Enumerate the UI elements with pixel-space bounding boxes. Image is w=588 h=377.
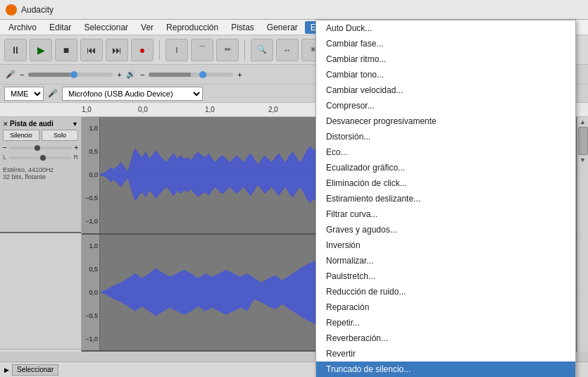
effect-compresor[interactable]: Compresor... xyxy=(316,98,575,113)
menu-pistas[interactable]: Pistas xyxy=(225,21,260,34)
left-label: L xyxy=(3,154,6,161)
scroll-up-arrow[interactable]: ▲ xyxy=(577,117,588,125)
bottom-arrow: ▶ xyxy=(4,366,9,373)
track1-solo-btn[interactable]: Solo xyxy=(42,130,78,141)
effect-eco[interactable]: Eco... xyxy=(316,144,575,160)
record-button[interactable]: ● xyxy=(131,39,154,61)
app-title: Audacity xyxy=(21,5,54,15)
track1-close[interactable]: ✕ xyxy=(3,120,8,128)
track1-header: ✕ Pista de audi ▼ Silencio Solo − + L xyxy=(0,117,81,233)
gain-plus: + xyxy=(74,144,78,152)
effect-paulstretch[interactable]: Paulstretch... xyxy=(316,268,575,284)
scale-neg0-5: −0,5 xyxy=(85,194,98,202)
effect-cambiar-tono[interactable]: Cambiar tono... xyxy=(316,67,575,82)
track1-info: Estéreo, 44100Hz 32 bits, flotante xyxy=(3,166,78,180)
track1-name: Pista de audi xyxy=(10,120,70,128)
effect-graves-agudos[interactable]: Graves y agudos... xyxy=(316,222,575,237)
track1-gain-row: − + xyxy=(3,144,78,152)
menu-archivo[interactable]: Archivo xyxy=(3,21,42,34)
effect-elim-click[interactable]: Eliminación de click... xyxy=(316,175,575,191)
effect-repetir[interactable]: Repetir... xyxy=(316,315,575,330)
track1-arrow[interactable]: ▼ xyxy=(72,120,78,128)
effect-ecualizador[interactable]: Ecualizador gráfico... xyxy=(316,160,575,175)
scale2-neg0-5: −0,5 xyxy=(85,312,98,319)
menu-ver[interactable]: Ver xyxy=(135,21,159,34)
scale-neg1-0: −1,0 xyxy=(85,218,98,225)
mic-device-icon: 🎤 xyxy=(48,89,58,98)
scroll-thumb[interactable] xyxy=(578,127,588,155)
ruler-mark-2: 1,0 xyxy=(205,106,215,113)
effect-revertir[interactable]: Revertir xyxy=(316,346,575,361)
track1-silence-btn[interactable]: Silencio xyxy=(3,130,39,141)
effect-filtrar-curva[interactable]: Filtrar curva... xyxy=(316,206,575,222)
menu-generar[interactable]: Generar xyxy=(261,21,304,34)
tool-cursor[interactable]: I xyxy=(165,39,188,61)
prev-button[interactable]: ⏮ xyxy=(80,39,103,61)
speaker-icon: 🔊 xyxy=(126,70,136,79)
menu-reproduccion[interactable]: Reproducción xyxy=(161,21,224,34)
ruler-mark-1: 0,0 xyxy=(138,106,148,113)
effect-desvanecer[interactable]: Desvanecer progresivamente xyxy=(316,113,575,129)
selector-button[interactable]: Seleccionar xyxy=(12,364,58,376)
scale2-0-5: 0,5 xyxy=(89,266,98,273)
tool-draw[interactable]: ✏ xyxy=(216,39,239,61)
tool-timeshift[interactable]: ↔ xyxy=(276,39,299,61)
mic-icon: 🎤 xyxy=(6,70,15,79)
scale-0-0: 0,0 xyxy=(89,171,98,178)
toolbar-separator xyxy=(159,40,160,60)
ruler-mark-3: 2,0 xyxy=(268,106,278,113)
track2-header xyxy=(0,233,81,350)
effect-normalizar[interactable]: Normalizar... xyxy=(316,253,575,268)
scale-0-5: 0,5 xyxy=(89,148,98,155)
effect-truncado-silencio[interactable]: Truncado de silencio... xyxy=(316,361,575,377)
output-volume-slider[interactable] xyxy=(149,73,233,77)
track1-info-line2: 32 bits, flotante xyxy=(3,173,78,180)
effect-inversion[interactable]: Inversión xyxy=(316,237,575,253)
pause-button[interactable]: ⏸ xyxy=(4,39,27,61)
tool-envelope[interactable]: ⌒ xyxy=(191,39,213,61)
vol-plus: + xyxy=(117,70,121,79)
tool-zoom[interactable]: 🔍 xyxy=(251,39,273,61)
scale-1-0: 1,0 xyxy=(89,125,98,132)
track1-buttons: Silencio Solo xyxy=(3,130,78,141)
effect-menu: Auto Duck... Cambiar fase... Cambiar rit… xyxy=(315,20,576,377)
effect-cambiar-velocidad[interactable]: Cambiar velocidad... xyxy=(316,82,575,98)
effect-auto-duck[interactable]: Auto Duck... xyxy=(316,20,575,36)
scale2-1-0: 1,0 xyxy=(89,242,98,249)
next-button[interactable]: ⏭ xyxy=(106,39,128,61)
scroll-down-arrow[interactable]: ▼ xyxy=(577,156,588,163)
scale2-0-0: 0,0 xyxy=(89,289,98,296)
out-minus: − xyxy=(140,70,144,79)
title-bar: Audacity xyxy=(0,0,588,20)
track1-name-row: ✕ Pista de audi ▼ xyxy=(3,120,78,128)
toolbar-separator2 xyxy=(244,40,245,60)
track1-info-line1: Estéreo, 44100Hz xyxy=(3,166,78,173)
play-button[interactable]: ▶ xyxy=(30,39,52,61)
app-icon xyxy=(6,4,17,16)
input-device-select[interactable]: Micrófono (USB Audio Device) xyxy=(62,87,203,101)
gain-minus: − xyxy=(3,144,7,152)
ruler-mark-0: 1,0 xyxy=(82,106,92,113)
effect-estiramiento[interactable]: Estiramiento deslizante... xyxy=(316,191,575,206)
out-plus: + xyxy=(237,70,242,79)
stop-button[interactable]: ■ xyxy=(55,39,77,61)
lr-labels: L R xyxy=(3,154,78,161)
effect-reparacion[interactable]: Reparación xyxy=(316,299,575,315)
menu-editar[interactable]: Editar xyxy=(44,21,77,34)
menu-seleccionar[interactable]: Seleccionar xyxy=(78,21,134,34)
effect-reduccion-ruido[interactable]: Reducción de ruido... xyxy=(316,284,575,299)
track-panel: ✕ Pista de audi ▼ Silencio Solo − + L xyxy=(0,117,82,352)
effect-distorsion[interactable]: Distorsión... xyxy=(316,129,575,144)
effect-cambiar-ritmo[interactable]: Cambiar ritmo... xyxy=(316,51,575,67)
right-label: R xyxy=(74,154,79,161)
right-scrollbar[interactable]: ▲ ▼ −6 −6 xyxy=(577,117,588,352)
input-volume-slider[interactable] xyxy=(28,73,113,77)
effect-reverberacion[interactable]: Reverberación... xyxy=(316,330,575,346)
effect-cambiar-fase[interactable]: Cambiar fase... xyxy=(316,36,575,51)
gain-slider[interactable] xyxy=(9,147,72,149)
vol-minus: − xyxy=(20,70,24,79)
host-select[interactable]: MME xyxy=(4,87,44,101)
scale2-neg1-0: −1,0 xyxy=(85,335,98,342)
